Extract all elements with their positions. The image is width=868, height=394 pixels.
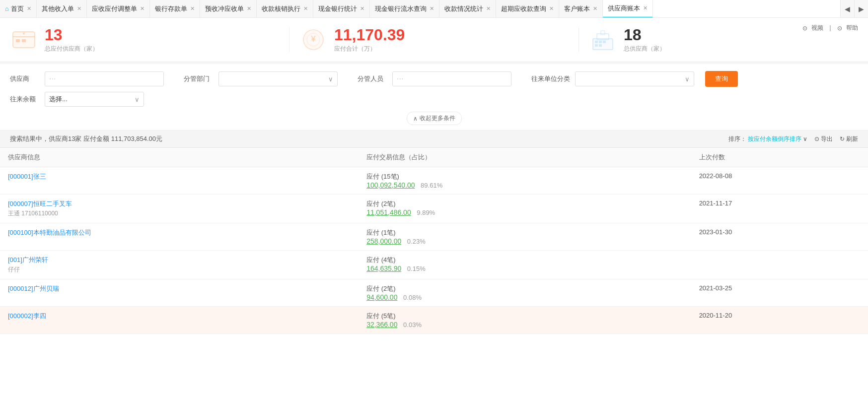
supplier-filter-group: 供应商 ··· (10, 71, 179, 86)
tx-amount[interactable]: 32,366.00 (366, 321, 397, 328)
supplier-input[interactable]: ··· (45, 71, 164, 86)
tx-percent: 0.23% (407, 238, 426, 245)
balance-dropdown-icon: ∨ (135, 96, 140, 103)
refresh-button[interactable]: ↻ 刷新 (840, 135, 858, 143)
category-select[interactable]: ∨ (575, 71, 694, 86)
export-label: 导出 (821, 135, 833, 143)
payable-total-number: 11,170.39 (334, 27, 405, 43)
close-collection-stat-icon[interactable]: ✕ (486, 5, 491, 12)
close-home-icon[interactable]: ✕ (27, 5, 31, 12)
person-input[interactable]: ··· (392, 71, 511, 86)
tab-cash-bank-stat[interactable]: 现金银行统计 ✕ (313, 0, 370, 18)
tx-percent: 0.15% (407, 265, 426, 272)
tab-supplier-ledger[interactable]: 供应商账本 ✕ (603, 0, 653, 18)
collapse-button[interactable]: ∧ 收起更多条件 (407, 112, 462, 125)
close-cash-bank-stat-icon[interactable]: ✕ (360, 5, 364, 12)
balance-select[interactable]: 选择... ∨ (45, 92, 144, 107)
supplier-info-cell: [001]广州荣轩 仔仔 (0, 251, 359, 279)
tab-other-income[interactable]: 其他收入单 ✕ (37, 0, 87, 18)
video-link[interactable]: 视频 (811, 24, 823, 32)
table-wrapper: 供应商信息 应付交易信息（占比） 上次付数 [000001]张三 (0, 148, 868, 394)
close-collection-exec-icon[interactable]: ✕ (303, 5, 308, 12)
dept-select[interactable]: ∨ (218, 71, 338, 86)
supplier-link[interactable]: [000001]张三 (8, 173, 46, 180)
tab-customer-ledger-label: 客户账本 (564, 4, 590, 13)
filter-row-1: 供应商 ··· 分管部门 ∨ 分管人员 ··· 往来单位分类 ∨ (10, 71, 858, 87)
last-pay-date: 2021-03-25 (699, 284, 732, 292)
col-tx-info: 应付交易信息（占比） (359, 148, 691, 167)
tx-label: 应付 (2笔) (366, 285, 396, 292)
table-container: 供应商信息 应付交易信息（占比） 上次付数 [000001]张三 (0, 148, 868, 394)
person-dots: ··· (397, 74, 403, 83)
tx-amount[interactable]: 100,092,540.00 (366, 181, 415, 189)
summary-payable-total-text: 11,170.39 应付合计（万） (334, 27, 405, 53)
last-pay-date: 2023-01-30 (699, 228, 732, 236)
supplier-link[interactable]: [000100]本特勤油品有限公司 (8, 229, 91, 236)
tab-supplier-ledger-label: 供应商账本 (608, 4, 640, 13)
tab-collection-stat-label: 收款情况统计 (444, 4, 483, 13)
tx-info-cell: 应付 (5笔) 32,366.00 0.03% (359, 307, 691, 334)
export-button[interactable]: ⊙ 导出 (814, 135, 833, 143)
tx-label: 应付 (4笔) (366, 256, 396, 263)
close-ar-ap-adjust-icon[interactable]: ✕ (140, 5, 145, 12)
tx-amount[interactable]: 258,000.00 (366, 237, 401, 245)
filter-area: 供应商 ··· 分管部门 ∨ 分管人员 ··· 往来单位分类 ∨ (0, 64, 868, 131)
refresh-label: 刷新 (846, 135, 858, 143)
tx-amount[interactable]: 11,051,486.00 (366, 208, 411, 216)
top-right-links: ⊙ 视频 ｜ ⊙ 帮助 (802, 24, 858, 32)
tx-amount[interactable]: 94,600.00 (366, 293, 397, 301)
supplier-link[interactable]: [000002]李四 (8, 312, 46, 320)
close-other-income-icon[interactable]: ✕ (77, 5, 81, 12)
tab-ar-ap-adjust[interactable]: 应收应付调整单 ✕ (87, 0, 150, 18)
query-button[interactable]: 查询 (705, 71, 738, 87)
supplier-info-cell: [000007]恒旺二手叉车 王通 17106110000 (0, 195, 359, 223)
tab-overdue-ar-query[interactable]: 超期应收款查询 ✕ (496, 0, 559, 18)
sort-label: 排序： 按应付余额倒序排序 ∨ (728, 135, 807, 143)
nav-arrows: ◀ ▶ (840, 0, 868, 18)
top-nav: ⌂ 首页 ✕ 其他收入单 ✕ 应收应付调整单 ✕ 银行存款单 ✕ 预收冲应收单 … (0, 0, 868, 18)
close-cash-flow-query-icon[interactable]: ✕ (430, 5, 434, 12)
table-row: [000001]张三 应付 (15笔) 100,092,540.00 89.61… (0, 167, 868, 195)
payable-suppliers-label: 总应付供应商（家） (45, 45, 98, 53)
svg-text:¥: ¥ (22, 31, 25, 36)
help-link[interactable]: 帮助 (846, 24, 858, 32)
result-actions: 排序： 按应付余额倒序排序 ∨ ⊙ 导出 ↻ 刷新 (728, 135, 858, 143)
total-suppliers-number: 18 (624, 27, 665, 43)
person-filter-group: 分管人员 ··· (358, 71, 526, 86)
person-label: 分管人员 (358, 74, 387, 83)
nav-left-button[interactable]: ◀ (840, 0, 854, 18)
svg-text:¥: ¥ (311, 35, 316, 43)
tab-collection-exec[interactable]: 收款核销执行 ✕ (257, 0, 313, 18)
tab-home[interactable]: ⌂ 首页 ✕ (0, 0, 37, 18)
dept-filter-group: 分管部门 ∨ (184, 71, 353, 86)
sort-value[interactable]: 按应付余额倒序排序 (748, 135, 801, 143)
tab-collection-stat[interactable]: 收款情况统计 ✕ (439, 0, 496, 18)
tab-bank-deposit[interactable]: 银行存款单 ✕ (150, 0, 200, 18)
tab-customer-ledger[interactable]: 客户账本 ✕ (559, 0, 603, 18)
close-supplier-ledger-icon[interactable]: ✕ (643, 5, 648, 11)
tab-cash-bank-stat-label: 现金银行统计 (318, 4, 357, 13)
supplier-link[interactable]: [001]广州荣轩 (8, 256, 48, 263)
supplier-link[interactable]: [000007]恒旺二手叉车 (8, 200, 72, 207)
close-bank-deposit-icon[interactable]: ✕ (190, 5, 195, 12)
tab-cash-flow-query[interactable]: 现金银行流水查询 ✕ (370, 0, 439, 18)
close-advance-ar-icon[interactable]: ✕ (247, 5, 251, 12)
svg-rect-4 (22, 39, 26, 42)
last-pay-cell: 2021-03-25 (691, 279, 868, 307)
tx-amount[interactable]: 164,635.90 (366, 264, 401, 272)
tab-advance-ar[interactable]: 预收冲应收单 ✕ (200, 0, 257, 18)
col-last-pay: 上次付数 (691, 148, 868, 167)
table-row: [000002]李四 应付 (5笔) 32,366.00 0.03% 2020-… (0, 307, 868, 334)
supplier-link[interactable]: [000012]广州贝瑞 (8, 285, 59, 292)
tx-info-cell: 应付 (4笔) 164,635.90 0.15% (359, 251, 691, 279)
nav-right-button[interactable]: ▶ (854, 0, 868, 18)
category-label: 往来单位分类 (531, 74, 570, 83)
supplier-sub: 王通 17106110000 (8, 209, 351, 218)
close-customer-ledger-icon[interactable]: ✕ (593, 5, 597, 12)
balance-select-value: 选择... (49, 95, 68, 104)
tab-home-label: 首页 (11, 4, 24, 13)
svg-rect-12 (595, 41, 598, 43)
close-overdue-ar-query-icon[interactable]: ✕ (549, 5, 554, 12)
tab-other-income-label: 其他收入单 (42, 4, 74, 13)
tx-label: 应付 (15笔) (366, 173, 399, 180)
